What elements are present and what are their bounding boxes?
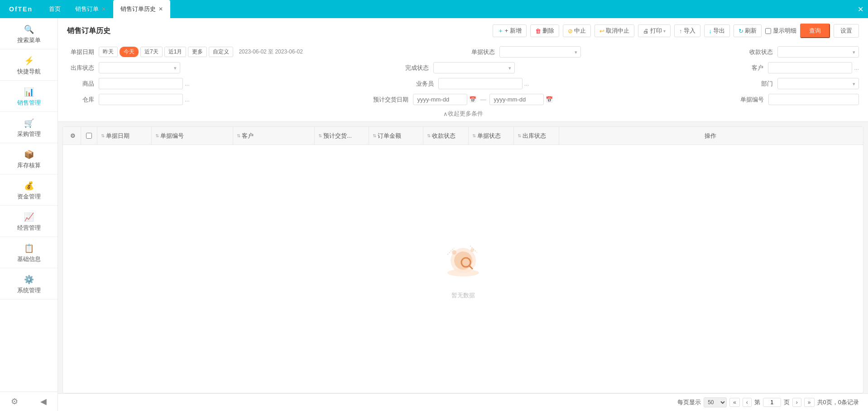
next-page-button[interactable]: › [792,398,801,407]
sort-icon-amount: ⇅ [373,133,376,138]
th-date-label: 单据日期 [106,132,129,140]
tab-sales-order-close[interactable]: ✕ [101,6,106,12]
export-button[interactable]: ↓ 导出 [704,24,730,37]
th-delivery-label: 预计交货... [323,132,352,140]
page-label-post: 页 [784,398,790,406]
th-settings[interactable]: ⚙ [65,127,81,145]
sidebar-item-inventory[interactable]: 📦 库存核算 [0,143,58,174]
cancel-stop-button[interactable]: ↩ 取消中止 [595,24,634,37]
th-bill-status[interactable]: ⇅ 单据状态 [469,127,514,145]
svg-point-5 [452,250,456,255]
tab-sales-order-label: 销售订单 [75,5,99,13]
date-btn-more[interactable]: 更多 [188,47,207,57]
window-close-button[interactable]: ✕ [858,5,863,14]
delete-button[interactable]: 🗑 删除 [530,24,559,37]
date-btn-yesterday[interactable]: 昨天 [99,47,118,57]
sidebar-item-sales[interactable]: 📊 销售管理 [0,81,58,112]
stock-status-select-wrap [99,62,180,73]
th-amount[interactable]: ⇅ 订单金额 [369,127,423,145]
new-button[interactable]: ＋ + 新增 [493,24,527,37]
show-detail-checkbox-label[interactable]: 显示明细 [765,27,796,35]
prev-page-button[interactable]: ‹ [743,398,752,407]
last-page-button[interactable]: » [804,398,815,407]
page-title: 销售订单历史 [67,26,110,36]
sidebar-item-quick-nav[interactable]: ⚡ 快捷导航 [0,49,58,81]
page-number-input[interactable] [763,398,781,407]
tab-home[interactable]: 首页 [42,0,68,18]
salesperson-dots[interactable]: ... [524,80,529,87]
complete-status-select-wrap [433,62,515,73]
stock-status-label: 出库状态 [67,64,99,72]
date-btn-today[interactable]: 今天 [120,47,139,57]
settings-button[interactable]: 设置 [834,24,859,38]
page-size-select[interactable]: 50 10 20 100 [704,397,727,407]
sidebar-item-purchase[interactable]: 🛒 采购管理 [0,112,58,143]
sidebar-item-system-label: 系统管理 [17,286,41,295]
customer-input[interactable] [768,62,852,73]
first-page-button[interactable]: « [729,398,740,407]
purchase-icon: 🛒 [24,118,34,128]
sidebar-item-finance[interactable]: 💰 资金管理 [0,174,58,206]
delivery-date-end[interactable] [489,94,544,105]
empty-illustration [441,239,486,284]
sidebar-settings-btn[interactable]: ⚙ [11,396,18,406]
bill-number-input[interactable] [768,94,859,105]
th-checkbox[interactable] [81,127,97,145]
print-button[interactable]: 🖨 打印 ▾ [638,24,671,37]
complete-status-select[interactable] [433,62,515,73]
payment-status-select[interactable] [777,46,859,58]
payment-status-select-wrap [777,46,859,58]
customer-dots[interactable]: ... [854,64,859,71]
toolbar: ＋ + 新增 🗑 删除 ⊘ 中止 ↩ 取消中止 [493,24,859,38]
sort-icon-pay-status: ⇅ [427,133,431,138]
sidebar-item-operations-label: 经营管理 [17,224,41,232]
th-pay-status[interactable]: ⇅ 收款状态 [423,127,469,145]
salesperson-input[interactable] [438,78,523,89]
sidebar: 🔍 搜索菜单 ⚡ 快捷导航 📊 销售管理 🛒 采购管理 📦 库存核算 💰 资金管… [0,18,58,411]
sales-icon: 📊 [24,87,34,97]
date-btn-1month[interactable]: 近1月 [164,47,187,57]
th-delivery[interactable]: ⇅ 预计交货... [315,127,369,145]
refresh-button[interactable]: ↻ 刷新 [734,24,762,37]
select-all-checkbox[interactable] [86,133,92,139]
tab-sales-order-history-close[interactable]: ✕ [158,6,163,12]
th-date[interactable]: ⇅ 单据日期 [97,127,152,145]
warehouse-input[interactable] [99,94,183,105]
date-btn-7days[interactable]: 近7天 [140,47,163,57]
date-btn-custom[interactable]: 自定义 [209,47,233,57]
department-select[interactable] [777,78,859,89]
calendar-start-icon[interactable]: 📅 [469,96,476,103]
goods-input[interactable] [99,78,183,89]
customer-label: 客户 [736,64,768,72]
delete-label: 删除 [542,27,554,35]
goods-dots[interactable]: ... [185,80,190,87]
sidebar-item-operations[interactable]: 📈 经营管理 [0,206,58,237]
query-button[interactable]: 查询 [800,24,830,38]
top-bar: OfTEn 首页 销售订单 ✕ 销售订单历史 ✕ ✕ [0,0,868,18]
show-detail-checkbox[interactable] [765,28,771,34]
import-button[interactable]: ↑ 导入 [674,24,700,37]
th-customer[interactable]: ⇅ 客户 [233,127,315,145]
sidebar-item-system[interactable]: ⚙️ 系统管理 [0,268,58,300]
sidebar-collapse-btn[interactable]: ◀ [40,396,47,406]
warehouse-dots[interactable]: ... [185,96,190,103]
refresh-label: 刷新 [745,27,757,35]
stop-icon: ⊘ [568,28,573,34]
tab-sales-order-history[interactable]: 销售订单历史 ✕ [113,0,170,18]
sidebar-item-search[interactable]: 🔍 搜索菜单 [0,18,58,49]
collapse-row[interactable]: ∧ 收起更多条件 [67,108,859,118]
export-icon: ↓ [709,28,712,34]
th-number[interactable]: ⇅ 单据编号 [152,127,233,145]
table-header: ⚙ ⇅ 单据日期 ⇅ 单据编号 ⇅ 客户 ⇅ [63,127,863,145]
bill-status-select[interactable] [499,46,581,58]
sidebar-item-basic[interactable]: 📋 基础信息 [0,237,58,268]
goods-label: 商品 [67,80,99,88]
stock-status-select[interactable] [99,62,180,73]
stop-button[interactable]: ⊘ 中止 [563,24,591,37]
th-stock-status[interactable]: ⇅ 出库状态 [514,127,559,145]
import-icon: ↑ [679,28,682,34]
tab-sales-order[interactable]: 销售订单 ✕ [68,0,113,18]
calendar-end-icon[interactable]: 📅 [546,96,553,103]
delivery-date-start[interactable] [413,94,467,105]
sort-icon-date: ⇅ [101,133,105,138]
